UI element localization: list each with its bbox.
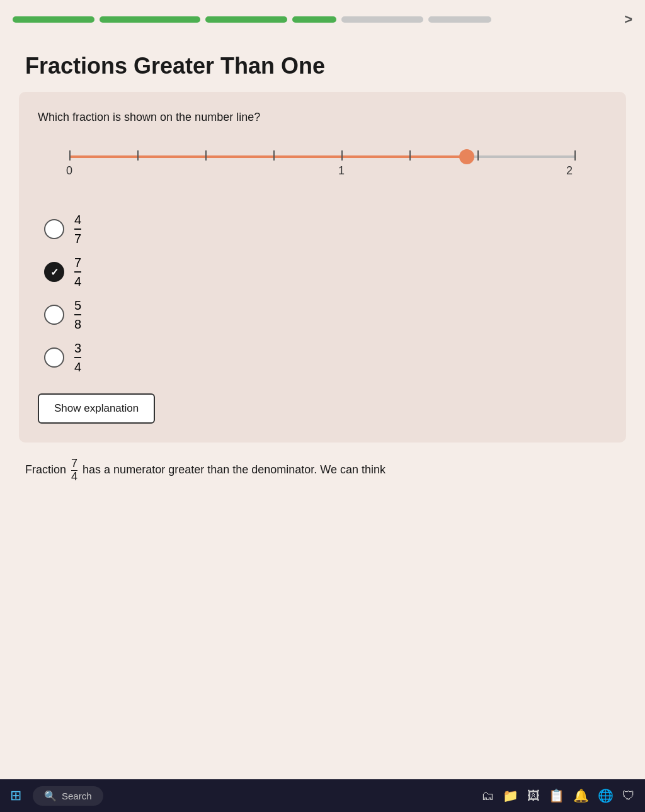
explanation-area: Fraction 7 4 has a numerator greater tha… [0,443,645,490]
label-0: 0 [66,164,72,178]
fraction-4-denominator: 4 [74,359,81,375]
label-1: 1 [338,164,345,178]
next-chevron-icon[interactable]: > [624,11,632,28]
choice-4[interactable]: 3 4 [44,341,607,375]
choice-3[interactable]: 5 8 [44,298,607,332]
radio-3[interactable] [44,305,64,325]
explanation-fraction-denominator: 4 [71,471,77,483]
label-2: 2 [566,164,573,178]
progress-seg-2 [100,16,200,23]
fraction-2-numerator: 7 [74,255,81,270]
show-explanation-button[interactable]: Show explanation [38,393,155,424]
tick-5 [409,150,411,161]
progress-seg-4 [292,16,336,23]
choice-2[interactable]: 7 4 [44,255,607,289]
fraction-1-denominator: 7 [74,231,81,246]
search-label: Search [62,791,92,801]
fraction-1-numerator: 4 [74,212,81,227]
progress-seg-1 [13,16,94,23]
taskbar-icon-5[interactable]: 🔔 [573,788,589,803]
taskbar-icon-6[interactable]: 🌐 [598,788,614,803]
windows-icon[interactable]: ⊞ [10,787,21,804]
choice-1[interactable]: 4 7 [44,212,607,246]
tick-mid [341,150,343,161]
taskbar: ⊞ 🔍 Search 🗂 📁 🖼 📋 🔔 🌐 🛡 [0,779,645,812]
fraction-2-bar [74,271,81,273]
tick-6 [477,150,479,161]
progress-seg-6 [428,16,491,23]
fraction-4: 3 4 [74,341,81,375]
taskbar-icon-2[interactable]: 📁 [503,788,518,803]
explanation-text-after: has a numerator greater than the denomin… [83,463,385,476]
fraction-1-bar [74,228,81,230]
taskbar-icon-3[interactable]: 🖼 [527,789,540,803]
fraction-3-bar [74,314,81,315]
taskbar-icon-1[interactable]: 🗂 [481,789,494,803]
tick-end [574,150,576,161]
explanation-text-before: Fraction [25,463,66,476]
progress-seg-5 [341,16,423,23]
page-title: Fractions Greater Than One [0,34,645,92]
fraction-2-denominator: 4 [74,274,81,289]
tick-0 [69,150,71,161]
fraction-3-denominator: 8 [74,317,81,332]
fraction-4-bar [74,357,81,358]
answer-choices: 4 7 7 4 5 8 3 [44,212,607,375]
search-icon: 🔍 [44,790,57,802]
tick-2 [205,150,207,161]
fraction-4-numerator: 3 [74,341,81,356]
explanation-fraction-numerator: 7 [71,458,77,470]
progress-bar-area: > [0,0,645,34]
number-line: 0 1 2 [50,143,595,187]
progress-seg-3 [205,16,287,23]
number-line-filled [69,155,467,158]
tick-1 [137,150,139,161]
fraction-1: 4 7 [74,212,81,246]
fraction-2: 7 4 [74,255,81,289]
radio-1[interactable] [44,219,64,239]
taskbar-icon-4[interactable]: 📋 [549,788,564,803]
tick-3 [273,150,275,161]
radio-4[interactable] [44,347,64,368]
taskbar-icons: 🗂 📁 🖼 📋 🔔 🌐 🛡 [481,788,635,803]
radio-2[interactable] [44,262,64,282]
taskbar-search[interactable]: 🔍 Search [33,786,103,806]
taskbar-icon-7[interactable]: 🛡 [622,789,635,803]
fraction-3-numerator: 5 [74,298,81,313]
explanation-fraction: 7 4 [71,458,77,483]
number-line-dot [459,149,474,164]
question-card: Which fraction is shown on the number li… [19,92,626,443]
question-text: Which fraction is shown on the number li… [38,111,607,124]
fraction-3: 5 8 [74,298,81,332]
